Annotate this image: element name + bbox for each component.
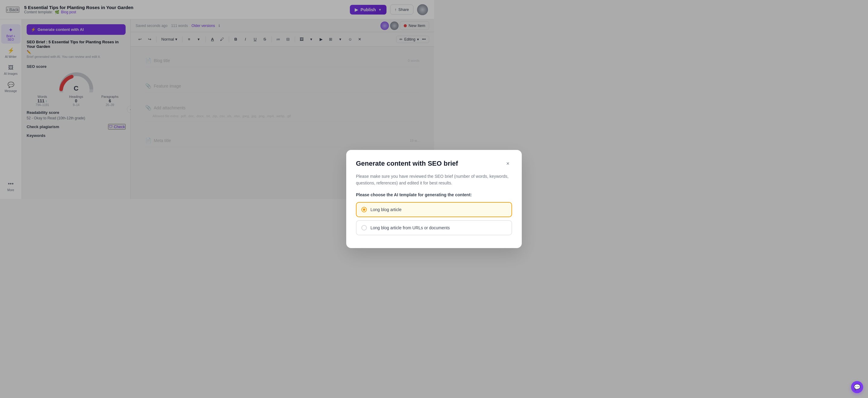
modal-overlay[interactable]: Generate content with SEO brief × Please… (0, 0, 434, 199)
generate-content-modal: Generate content with SEO brief × Please… (346, 150, 434, 199)
modal-question: Please choose the AI template for genera… (356, 192, 434, 197)
modal-header: Generate content with SEO brief × (356, 160, 434, 168)
modal-description: Please make sure you have reviewed the S… (356, 173, 434, 187)
modal-title: Generate content with SEO brief (356, 160, 434, 168)
